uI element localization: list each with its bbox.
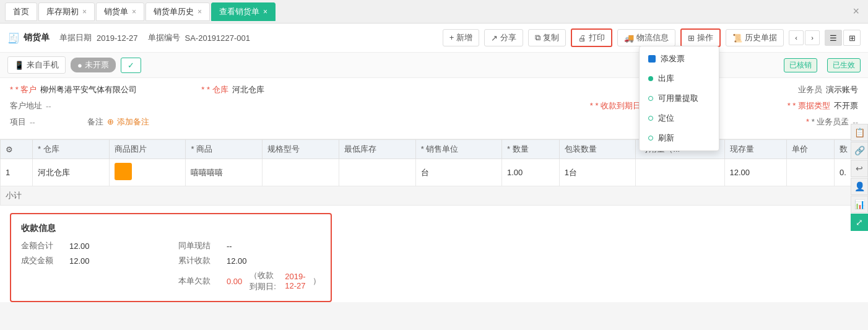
add-button[interactable]: + 新增 — [443, 29, 479, 46]
cell-img — [109, 159, 186, 186]
form-section: * * 客户 柳州粤港平安气体有限公司 * * 仓库 河北仓库 业务员 演示账号… — [0, 78, 868, 139]
tab-sales-history[interactable]: 销货单历史 × — [145, 2, 210, 21]
doc-title: 🧾 销货单 — [7, 32, 50, 44]
print-button[interactable]: 🖨 打印 — [571, 28, 612, 47]
project-field: 项目 -- — [10, 116, 35, 128]
form-row-2: 客户地址 -- * * 收款到期日 2019-12-27 * * 票据类型 不开… — [10, 100, 858, 111]
plus-icon: ⊕ — [107, 117, 114, 126]
list-view-btn[interactable]: ☰ — [825, 30, 842, 46]
tab-home-label: 首页 — [13, 6, 29, 17]
customer-field: * * 客户 柳州粤港平安气体有限公司 — [10, 84, 137, 95]
cell-sales-unit: 台 — [415, 159, 501, 186]
subtotal-cell: 小计 — [1, 186, 868, 206]
payment-info-title: 收款信息 — [21, 223, 321, 234]
sidebar-link-icon[interactable]: 🔗 — [851, 142, 868, 159]
copy-button[interactable]: ⧉ 复制 — [528, 29, 566, 46]
form-row-1: * * 客户 柳州粤港平安气体有限公司 * * 仓库 河北仓库 业务员 演示账号 — [10, 84, 858, 95]
tab-history-label: 销货单历史 — [154, 6, 194, 17]
logistics-button[interactable]: 🚚 物流信息 — [617, 29, 675, 46]
same-order-label: 同单现结 — [178, 240, 222, 251]
dropdown-refresh[interactable]: 刷新 — [640, 128, 719, 148]
total-amount-row: 金额合计 12.00 — [21, 240, 163, 251]
operation-icon: ⊞ — [688, 33, 695, 43]
share-button[interactable]: ↗ 分享 — [484, 29, 523, 46]
cumulative-value: 12.00 — [227, 256, 247, 266]
salesperson-label: 业务员 — [798, 84, 822, 95]
due-amount-label: 本单欠款 — [178, 276, 222, 287]
share-icon: ↗ — [491, 33, 498, 43]
col-min-stock: 最低库存 — [339, 140, 415, 159]
warehouse-out-icon — [648, 76, 653, 81]
tab-inventory-open[interactable]: 库存期初 × — [38, 2, 95, 21]
prev-arrow[interactable]: ‹ — [789, 30, 804, 45]
sidebar-undo-icon[interactable]: ↩ — [851, 160, 868, 177]
operation-button[interactable]: ⊞ 操作 添发票 出库 可用量提取 — [680, 28, 721, 47]
tab-sales-label: 销货单 — [104, 6, 128, 17]
note-label: 备注 — [87, 116, 103, 128]
data-table: ⚙ * 仓库 商品图片 * 商品 规格型号 最低库存 * 销售单位 * 数量 包… — [0, 139, 868, 206]
deal-amount-label: 成交金额 — [21, 255, 64, 266]
due-note: （收款到期日: — [250, 270, 277, 292]
dropdown-warehouse-out[interactable]: 出库 — [640, 69, 719, 89]
same-order-value: -- — [227, 241, 232, 251]
col-warehouse: * 仓库 — [33, 140, 110, 159]
tab-view-sales[interactable]: 查看销货单 × — [211, 2, 276, 21]
refresh-icon — [648, 136, 653, 141]
due-date: 2019-12-27 — [285, 272, 308, 290]
deal-amount-row: 成交金额 12.00 — [21, 255, 163, 266]
col-pack-qty: 包装数量 — [559, 140, 636, 159]
confirm-icon: ✓ — [128, 61, 134, 70]
sidebar-user-icon[interactable]: 👤 — [851, 178, 868, 195]
biz-label: * * 业务员孟 — [806, 116, 849, 128]
tab-view-close[interactable]: × — [263, 7, 267, 16]
sidebar-copy-icon[interactable]: 📋 — [851, 124, 868, 141]
due-date-label: * * 收款到期日 — [590, 100, 641, 111]
payment-info-box: 收款信息 金额合计 12.00 同单现结 -- 成交金额 12.00 累计收款 … — [10, 213, 332, 302]
next-arrow[interactable]: › — [805, 30, 820, 45]
doc-date-label: 单据日期 2019-12-27 — [59, 32, 138, 43]
cell-qty: 1.00 — [501, 159, 559, 186]
grid-view-btn[interactable]: ⊞ — [843, 30, 861, 46]
logistics-icon: 🚚 — [624, 33, 634, 43]
tab-sales-order[interactable]: 销货单 × — [96, 2, 144, 21]
ticket-type-label: * * 票据类型 — [788, 100, 830, 111]
doc-date-value: 2019-12-27 — [97, 33, 138, 43]
note-add-btn[interactable]: ⊕ 添加备注 — [107, 116, 150, 128]
col-product: * 商品 — [186, 140, 263, 159]
dropdown-add-invoice[interactable]: 添发票 — [640, 49, 719, 69]
add-invoice-icon — [648, 55, 656, 63]
table-row: 1 河北仓库 嘻嘻嘻嘻 台 1.00 1台 12.00 0. — [1, 159, 868, 186]
cell-product: 嘻嘻嘻嘻 — [186, 159, 263, 186]
locate-icon — [648, 116, 653, 121]
tab-history-close[interactable]: × — [197, 7, 202, 16]
address-label: 客户地址 — [10, 100, 42, 111]
table-section: ⚙ * 仓库 商品图片 * 商品 规格型号 最低库存 * 销售单位 * 数量 包… — [0, 139, 868, 206]
doc-header: 🧾 销货单 单据日期 2019-12-27 单据编号 SA-20191227-0… — [0, 24, 868, 53]
product-image — [115, 163, 132, 180]
tab-inventory-close[interactable]: × — [82, 7, 87, 16]
history-button[interactable]: 📜 历史单据 — [726, 29, 784, 46]
col-stock: 现存量 — [724, 140, 786, 159]
ticket-status-btn[interactable]: ● 未开票 — [71, 58, 116, 72]
history-icon: 📜 — [732, 33, 742, 43]
dropdown-available-qty[interactable]: 可用量提取 — [640, 89, 719, 108]
window-close-icon[interactable]: × — [853, 5, 859, 18]
sidebar-chart-icon[interactable]: 📊 — [851, 196, 868, 213]
col-gear: ⚙ — [1, 140, 33, 159]
action-row: 📱 来自手机 ● 未开票 ✓ 已核销 已生效 — [0, 53, 868, 78]
dropdown-locate[interactable]: 定位 — [640, 108, 719, 128]
sidebar-expand-icon[interactable]: ⤢ — [851, 214, 868, 231]
tab-home[interactable]: 首页 — [5, 2, 37, 21]
phone-btn[interactable]: 📱 来自手机 — [7, 56, 66, 74]
tab-sales-close[interactable]: × — [132, 7, 136, 16]
tab-bar: 首页 库存期初 × 销货单 × 销货单历史 × 查看销货单 × × — [0, 0, 868, 24]
warehouse-value: 河北仓库 — [232, 84, 264, 95]
doc-header-left: 🧾 销货单 单据日期 2019-12-27 单据编号 SA-20191227-0… — [7, 32, 250, 44]
main-content: 🧾 销货单 单据日期 2019-12-27 单据编号 SA-20191227-0… — [0, 24, 868, 302]
form-row-3: 项目 -- 备注 ⊕ 添加备注 * * 业务员孟 -- — [10, 116, 858, 128]
salesperson-value: 演示账号 — [826, 84, 858, 95]
cell-warehouse: 河北仓库 — [33, 159, 110, 186]
confirm-btn[interactable]: ✓ — [121, 58, 141, 73]
ticket-type-value: 不开票 — [834, 100, 858, 111]
cell-spec — [263, 159, 339, 186]
